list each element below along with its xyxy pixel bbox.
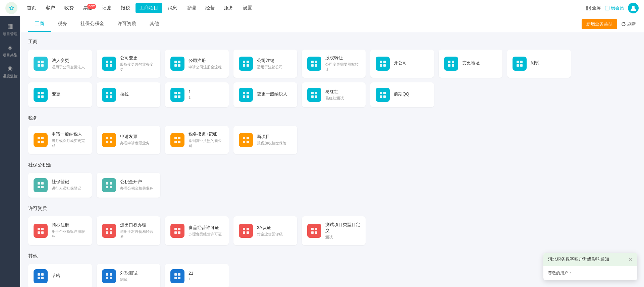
- card-title: 股权转让: [325, 55, 360, 61]
- card-葛红红[interactable]: 葛红红 葛红红测试: [302, 82, 366, 107]
- card-变更[interactable]: 变更: [28, 82, 92, 107]
- card-测试[interactable]: 测试: [507, 50, 571, 78]
- nav-item-客户[interactable]: 客户: [42, 3, 59, 13]
- notification-popup: 河北税务数字账户升级影响通知 ✕ 尊敬的用户：: [543, 253, 637, 280]
- card-法人变更[interactable]: 法人变更 适用于公司变更法人: [28, 50, 92, 78]
- fullscreen-button[interactable]: 全屏: [586, 5, 601, 11]
- svg-rect-56: [311, 92, 314, 94]
- card-text: 测试项目类型目定义 测试: [325, 222, 360, 240]
- tab-税务[interactable]: 税务: [51, 16, 74, 32]
- card-拉拉[interactable]: 拉拉: [97, 82, 160, 107]
- nav-item-消息[interactable]: 消息: [164, 3, 181, 13]
- sidebar-item-进度监控[interactable]: ◉ 进度监控: [0, 61, 20, 82]
- svg-rect-70: [106, 141, 108, 143]
- card-1[interactable]: 1 1: [165, 82, 229, 107]
- svg-rect-42: [38, 95, 40, 98]
- svg-rect-38: [517, 64, 519, 67]
- card-公司注册[interactable]: 公司注册 申请公司注册全流程: [165, 50, 229, 78]
- card-测试项目类型目定义[interactable]: 测试项目类型目定义 测试: [302, 216, 366, 245]
- svg-rect-15: [110, 64, 112, 67]
- card-公司注销[interactable]: 公司注销 适用于注销公司: [233, 50, 297, 78]
- card-前期QQ[interactable]: 前期QQ: [370, 82, 434, 107]
- card-title: 变更一般纳税人: [257, 91, 287, 97]
- svg-rect-36: [517, 61, 519, 63]
- card-21[interactable]: 21 1: [165, 264, 229, 287]
- sidebar-icon: ◈: [6, 43, 14, 51]
- nav-item-报税[interactable]: 报税: [117, 3, 134, 13]
- svg-rect-99: [178, 231, 180, 234]
- svg-rect-50: [174, 95, 177, 98]
- svg-rect-45: [110, 92, 112, 94]
- card-title: 社保登记: [52, 179, 81, 185]
- svg-rect-11: [41, 64, 44, 67]
- card-desc: 对企业信誉评级: [257, 232, 283, 237]
- card-变更一般纳税人[interactable]: 变更一般纳税人: [233, 82, 297, 107]
- card-开公司[interactable]: 开公司: [370, 50, 434, 78]
- nav-item-设置[interactable]: 设置: [239, 3, 256, 13]
- svg-rect-37: [520, 61, 523, 63]
- member-button[interactable]: 畅会员: [605, 5, 624, 11]
- card-申请一般纳税人[interactable]: 申请一般纳税人 当月或次月成变更完成: [28, 126, 92, 154]
- card-3A认证[interactable]: 3A认证 对企业信誉评级: [233, 216, 297, 245]
- tab-工商[interactable]: 工商: [28, 16, 51, 32]
- svg-rect-58: [311, 95, 314, 98]
- nav-item-收费[interactable]: 收费: [60, 3, 78, 13]
- card-desc: 1: [189, 95, 191, 100]
- tab-许可资质[interactable]: 许可资质: [111, 16, 143, 32]
- card-text: 刘聪测试 测试: [120, 270, 138, 282]
- nav-item-首页[interactable]: 首页: [23, 3, 40, 13]
- logo-icon[interactable]: ✿: [5, 2, 17, 14]
- card-desc: 拿到营业执照的新公司: [189, 138, 223, 149]
- card-刘聪测试[interactable]: 刘聪测试 测试: [97, 264, 160, 287]
- svg-rect-32: [448, 61, 450, 63]
- nav-item-记账[interactable]: 记账: [98, 3, 115, 13]
- new-type-button[interactable]: 新增业务类型: [582, 19, 617, 29]
- card-title: 商标注册: [52, 222, 87, 228]
- card-title: 申请一般纳税人: [52, 131, 87, 137]
- card-社保登记[interactable]: 社保登记 进行人员社保登记: [28, 173, 92, 198]
- svg-rect-57: [315, 92, 317, 94]
- card-desc: 办理公积金相关业务: [120, 186, 153, 191]
- sidebar-item-项目管理[interactable]: ▦ 项目管理: [0, 19, 20, 40]
- nav-item-管理[interactable]: 管理: [182, 3, 200, 13]
- section-title: 许可资质: [28, 206, 636, 212]
- card-text: 税务报道+记账 拿到营业执照的新公司: [189, 131, 223, 149]
- svg-rect-65: [41, 137, 44, 139]
- card-新项目[interactable]: 新项目 报税加税控盘保管: [233, 126, 297, 154]
- notif-close-button[interactable]: ✕: [628, 256, 633, 263]
- refresh-button[interactable]: 刷新: [621, 21, 636, 27]
- sidebar-item-项目类型[interactable]: ◈ 项目类型: [0, 40, 20, 61]
- card-股权转让[interactable]: 股权转让 公司变更需要股权转让: [302, 50, 366, 78]
- svg-text:✿: ✿: [9, 5, 14, 11]
- card-text: 开公司: [394, 60, 407, 67]
- svg-rect-53: [247, 92, 249, 94]
- card-变更地址[interactable]: 变更地址: [439, 50, 502, 78]
- nav-item-票据[interactable]: 票据new: [79, 3, 97, 13]
- card-text: 申请发票 办理申请发票业务: [120, 134, 150, 146]
- card-desc: 适用于注销公司: [257, 65, 283, 70]
- card-公司变更[interactable]: 公司变更 股权变更外的业务变更: [97, 50, 160, 78]
- svg-rect-94: [106, 231, 108, 234]
- card-商标注册[interactable]: 商标注册 用于企业商标注册服务: [28, 216, 92, 245]
- card-哈哈[interactable]: 哈哈: [28, 264, 92, 287]
- svg-rect-100: [243, 228, 245, 230]
- tab-其他[interactable]: 其他: [143, 16, 166, 32]
- svg-rect-83: [41, 186, 44, 188]
- svg-rect-84: [106, 182, 108, 185]
- nav-item-经营[interactable]: 经营: [201, 3, 219, 13]
- avatar[interactable]: [628, 3, 639, 13]
- svg-rect-80: [38, 182, 40, 185]
- card-title: 测试项目类型目定义: [325, 222, 360, 234]
- svg-rect-115: [110, 277, 112, 279]
- card-申请发票[interactable]: 申请发票 办理申请发票业务: [97, 126, 160, 154]
- card-食品经营许可证[interactable]: 食品经营许可证 办理食品经营许可证: [165, 216, 229, 245]
- card-公积金开户[interactable]: 公积金开户 办理公积金相关业务: [97, 173, 160, 198]
- card-title: 葛红红: [325, 89, 344, 95]
- card-text: 3A认证 对企业信誉评级: [257, 225, 283, 237]
- top-nav: ✿ 首页客户收费票据new记账报税工商项目消息管理经营服务设置 全屏 畅会员: [0, 0, 644, 16]
- nav-item-服务[interactable]: 服务: [220, 3, 237, 13]
- tab-社保公积金[interactable]: 社保公积金: [74, 16, 111, 32]
- card-进出口权办理[interactable]: 进出口权办理 适用于对外贸易经营者: [97, 216, 160, 245]
- nav-item-工商项目[interactable]: 工商项目: [136, 3, 162, 13]
- card-税务报道+记账[interactable]: 税务报道+记账 拿到营业执照的新公司: [165, 126, 229, 154]
